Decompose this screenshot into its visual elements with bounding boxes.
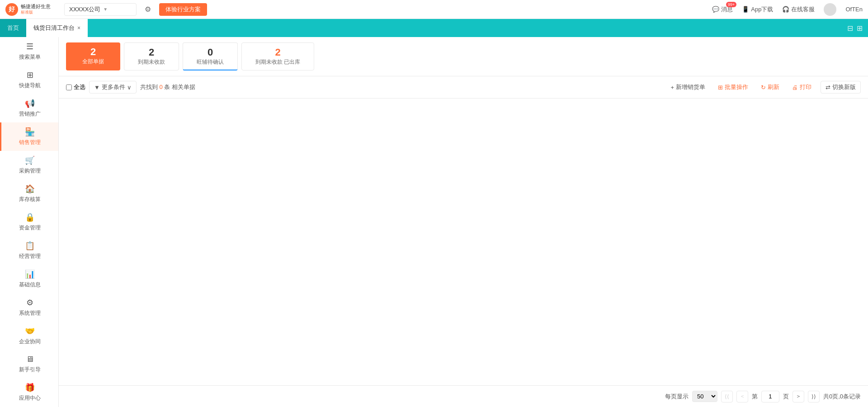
toolbar: 全选 ▼ 更多条件 ∨ 共找到 0 条 相关单据 + 新增销货单 ⊞ — [59, 76, 868, 98]
more-filter-button[interactable]: ▼ 更多条件 ∨ — [89, 81, 137, 94]
stat-card-overdue[interactable]: 2 到期未收款 — [124, 42, 179, 70]
settings-button[interactable]: ⚙ — [141, 3, 155, 15]
per-page-select[interactable]: 50 100 200 — [692, 391, 717, 402]
sidebar-item-basic[interactable]: 📊 基础信息 — [0, 265, 58, 293]
sidebar-item-basic-label: 基础信息 — [19, 281, 41, 289]
tab-maximize-icon[interactable]: ⊞ — [857, 24, 863, 33]
service-icon: 🎧 — [782, 6, 789, 13]
sidebar-item-marketing-label: 营销推广 — [19, 110, 41, 118]
sidebar-item-corp-label: 企业协同 — [19, 338, 41, 346]
user-name: OfTEn — [845, 6, 863, 13]
select-all-checkbox[interactable]: 全选 — [66, 83, 85, 91]
logo-text: 畅捷通好生意 — [21, 3, 51, 9]
company-name: XXXXX公司 — [69, 5, 100, 14]
company-selector[interactable]: XXXXX公司 ▼ — [64, 3, 137, 16]
nav-tabs-right: ⊟ ⊞ — [847, 24, 868, 33]
sidebar-item-quicknav-label: 快捷导航 — [19, 82, 41, 89]
chevron-down-icon: ▼ — [103, 7, 108, 12]
switch-version-button[interactable]: ⇄ 切换新版 — [821, 81, 861, 94]
message-icon: 💬 — [712, 6, 719, 13]
prev-page-button[interactable]: ＜ — [736, 391, 748, 402]
pagination-bar: 每页显示 50 100 200 ⟨⟨ ＜ 第 页 ＞ ⟩⟩ 共0页,0条记录 — [59, 385, 868, 407]
filter-icon: ▼ — [94, 84, 100, 91]
online-service-button[interactable]: 🎧 在线客服 — [782, 5, 815, 14]
avatar[interactable] — [824, 3, 836, 16]
main-layout: ☰ 搜索菜单 ⊞ 快捷导航 📢 营销推广 🏪 销售管理 🛒 采购管理 🏠 库存核… — [0, 37, 868, 407]
filter-chevron-icon: ∨ — [127, 84, 132, 91]
page-label: 第 — [752, 393, 758, 401]
batch-button[interactable]: ⊞ 批量操作 — [714, 81, 752, 93]
sidebar-item-marketing[interactable]: 📢 营销推广 — [0, 94, 58, 122]
app-download-button[interactable]: 📱 App下载 — [742, 5, 773, 14]
message-badge: 99+ — [726, 2, 736, 7]
switch-label: 切换新版 — [832, 83, 856, 91]
last-page-button[interactable]: ⟩⟩ — [808, 391, 820, 402]
first-page-button[interactable]: ⟨⟨ — [721, 391, 733, 402]
finance-icon: 🔒 — [25, 212, 35, 222]
sidebar-item-system[interactable]: ⚙ 系统管理 — [0, 293, 58, 322]
select-all-input[interactable] — [66, 84, 72, 90]
tab-home[interactable]: 首页 — [0, 19, 26, 37]
plus-icon: + — [670, 84, 674, 91]
tab-qianhuoriqing[interactable]: 钱货日清工作台 × — [26, 19, 88, 37]
sidebar: ☰ 搜索菜单 ⊞ 快捷导航 📢 营销推广 🏪 销售管理 🛒 采购管理 🏠 库存核… — [0, 37, 59, 407]
page-input[interactable] — [761, 391, 779, 402]
sidebar-item-inventory[interactable]: 🏠 库存核算 — [0, 179, 58, 208]
filter-label: 更多条件 — [102, 83, 125, 91]
table-area — [59, 98, 868, 385]
related-label: 相关单据 — [172, 84, 195, 90]
sidebar-item-guide[interactable]: 🖥 新手引导 — [0, 350, 58, 378]
stat-all-number: 2 — [90, 46, 96, 58]
sidebar-item-guide-label: 新手引导 — [19, 366, 41, 374]
basic-icon: 📊 — [25, 269, 35, 279]
stat-card-all[interactable]: 2 全部单据 — [66, 42, 120, 70]
refresh-icon: ↻ — [761, 84, 766, 91]
sidebar-item-corp[interactable]: 🤝 企业协同 — [0, 322, 58, 350]
sidebar-item-system-label: 系统管理 — [19, 309, 41, 317]
sidebar-item-purchase-label: 采购管理 — [19, 167, 41, 175]
page-unit: 页 — [783, 393, 789, 401]
sidebar-item-purchase[interactable]: 🛒 采购管理 — [0, 151, 58, 179]
per-page-label: 每页显示 — [665, 393, 689, 401]
logo-icon: 好 — [5, 3, 18, 16]
found-unit: 条 — [164, 84, 170, 90]
header-right: 💬 消息 99+ 📱 App下载 🎧 在线客服 OfTEn — [712, 3, 863, 16]
system-icon: ⚙ — [26, 298, 33, 308]
next-page-button[interactable]: ＞ — [793, 391, 804, 402]
tab-home-label: 首页 — [7, 24, 19, 32]
search-menu-icon: ☰ — [26, 42, 33, 51]
download-icon: 📱 — [742, 6, 749, 13]
stat-overdue-shipped-number: 2 — [275, 47, 281, 58]
purchase-icon: 🛒 — [25, 155, 35, 165]
sidebar-item-sales[interactable]: 🏪 销售管理 — [0, 122, 58, 151]
online-service-label: 在线客服 — [791, 5, 815, 14]
refresh-button[interactable]: ↻ 刷新 — [757, 81, 783, 93]
stat-all-label: 全部单据 — [82, 58, 104, 65]
found-count-number: 0 — [160, 84, 163, 90]
trial-button[interactable]: 体验行业方案 — [159, 3, 207, 16]
tab-minimize-icon[interactable]: ⊟ — [847, 24, 853, 33]
sidebar-item-apps-label: 应用中心 — [19, 394, 41, 402]
sidebar-item-finance[interactable]: 🔒 资金管理 — [0, 208, 58, 236]
tab-qianhuoriqing-label: 钱货日清工作台 — [33, 24, 75, 32]
sidebar-item-sales-label: 销售管理 — [19, 139, 41, 146]
stats-row: 2 全部单据 2 到期未收款 0 旺辅待确认 2 到期未收款 已出库 — [59, 37, 868, 76]
sidebar-item-operation[interactable]: 📋 经营管理 — [0, 236, 58, 265]
new-order-label: 新增销货单 — [676, 83, 705, 91]
stat-card-overdue-shipped[interactable]: 2 到期未收款 已出库 — [241, 42, 314, 70]
sidebar-item-quicknav[interactable]: ⊞ 快捷导航 — [0, 65, 58, 94]
toolbar-right: + 新增销货单 ⊞ 批量操作 ↻ 刷新 🖨 打印 ⇄ 切换新版 — [667, 81, 861, 94]
tab-close-icon[interactable]: × — [77, 25, 80, 31]
nav-tabs-bar: 首页 钱货日清工作台 × ⊟ ⊞ — [0, 19, 868, 37]
stat-overdue-label: 到期未收款 — [138, 58, 165, 66]
new-order-button[interactable]: + 新增销货单 — [667, 81, 709, 93]
print-button[interactable]: 🖨 打印 — [788, 81, 815, 93]
batch-icon: ⊞ — [718, 84, 723, 91]
top-header: 好 畅捷通好生意 标准版 XXXXX公司 ▼ ⚙ 体验行业方案 💬 消息 99+… — [0, 0, 868, 19]
stat-card-wangfu[interactable]: 0 旺辅待确认 — [183, 42, 238, 70]
sidebar-item-apps[interactable]: 🎁 应用中心 — [0, 378, 58, 407]
sidebar-item-operation-label: 经营管理 — [19, 253, 41, 260]
logo-area: 好 畅捷通好生意 标准版 — [5, 3, 64, 16]
sidebar-item-search[interactable]: ☰ 搜索菜单 — [0, 37, 58, 65]
message-button[interactable]: 💬 消息 99+ — [712, 5, 733, 14]
